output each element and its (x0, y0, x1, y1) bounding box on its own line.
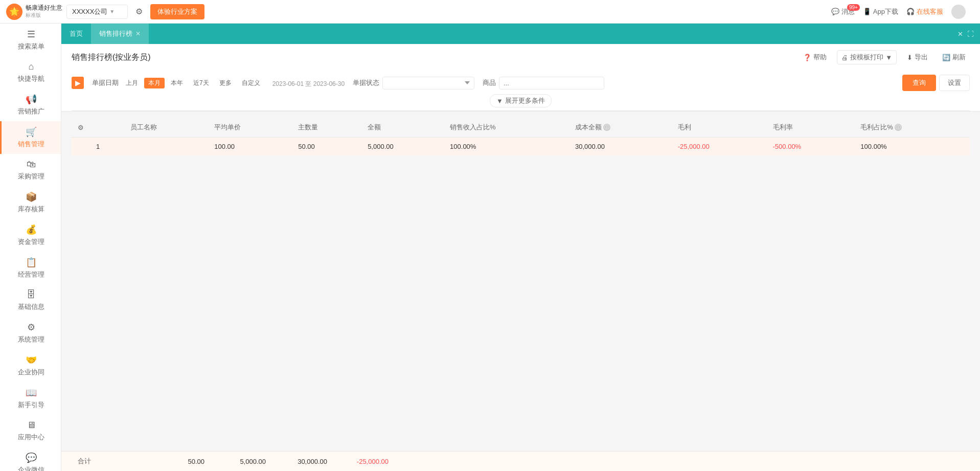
cell-amount: 5,000.00 (361, 138, 444, 156)
sidebar-item-purchase[interactable]: 🛍 采购管理 (0, 154, 61, 186)
data-table: ⚙ 员工名称 平均单价 主数量 全额 销售收入占比% 成本全额 (72, 118, 970, 156)
content-area: 首页 销售排行榜 ✕ ✕ ⛶ 销售排行榜(按业务员) ❓ 帮助 (61, 24, 980, 471)
tab-label: 销售排行榜 (99, 29, 132, 38)
collab-icon: 🤝 (26, 354, 37, 366)
window-max-icon[interactable]: ⛶ (967, 30, 974, 38)
sidebar-item-label: 销售管理 (18, 140, 44, 149)
tab-home[interactable]: 首页 (61, 24, 91, 44)
cell-avg-price: 100.00 (208, 138, 292, 156)
sidebar-item-label: 企业协同 (18, 368, 44, 377)
cell-quantity: 50.00 (292, 138, 361, 156)
sidebar-item-finance[interactable]: 💰 资金管理 (0, 219, 61, 252)
settings-button[interactable]: 设置 (939, 75, 970, 91)
date-tab-more[interactable]: 更多 (215, 78, 236, 88)
sidebar-item-wechat[interactable]: 💬 企业微信 (0, 447, 61, 471)
gear-icon[interactable]: ⚙ (132, 5, 146, 19)
expand-label: 展开更多条件 (505, 96, 545, 105)
sales-icon: 🛒 (26, 126, 37, 138)
filter-collapse-button[interactable]: ▶ (72, 77, 84, 89)
logo-icon: 🌟 (6, 4, 22, 20)
expand-row: ▼ 展开更多条件 (72, 91, 970, 108)
export-button[interactable]: ⬇ 导出 (903, 51, 932, 64)
gross-pct-info-icon[interactable]: ⓘ (895, 124, 902, 131)
sidebar-item-label: 新手引导 (18, 400, 44, 410)
sidebar-item-nav[interactable]: ⌂ 快捷导航 (0, 56, 61, 88)
sidebar-item-sales[interactable]: 🛒 销售管理 (0, 121, 61, 154)
sidebar: ☰ 搜索菜单 ⌂ 快捷导航 📢 营销推广 🛒 销售管理 🛍 采购管理 📦 库存核… (0, 24, 61, 471)
cost-info-icon[interactable]: ⓘ (603, 124, 610, 131)
inventory-icon: 📦 (26, 191, 37, 203)
main-layout: ☰ 搜索菜单 ⌂ 快捷导航 📢 营销推广 🛒 销售管理 🛍 采购管理 📦 库存核… (0, 24, 980, 471)
cell-settings (72, 138, 90, 156)
service-label: 在线客服 (917, 7, 943, 16)
expand-conditions-button[interactable]: ▼ 展开更多条件 (490, 94, 552, 107)
window-close-icon[interactable]: ✕ (958, 30, 963, 38)
sidebar-item-search[interactable]: ☰ 搜索菜单 (0, 24, 61, 56)
footer-quantity: 50.00 (139, 458, 211, 465)
print-icon: 🖨 (841, 54, 848, 61)
goods-input[interactable] (499, 77, 604, 89)
col-settings-icon[interactable]: ⚙ (78, 124, 84, 131)
template-print-button[interactable]: 🖨 按模板打印 ▼ (837, 50, 897, 64)
guide-icon: 📖 (26, 387, 37, 398)
refresh-icon: 🔄 (942, 54, 950, 61)
basic-info-icon: 🗄 (27, 289, 36, 300)
apps-icon: 🖥 (27, 420, 36, 431)
date-tab-this-year[interactable]: 本年 (167, 78, 187, 88)
company-name: XXXXX公司 (72, 7, 107, 16)
logo-text: 畅康通好生意 (26, 4, 62, 12)
system-icon: ⚙ (27, 322, 35, 333)
sidebar-item-marketing[interactable]: 📢 营销推广 (0, 88, 61, 121)
sidebar-item-label: 经营管理 (18, 270, 44, 279)
sidebar-item-basic-info[interactable]: 🗄 基础信息 (0, 284, 61, 317)
sidebar-item-guide[interactable]: 📖 新手引导 (0, 382, 61, 415)
sidebar-item-collab[interactable]: 🤝 企业协同 (0, 349, 61, 382)
col-name: 员工名称 (124, 118, 208, 138)
query-button[interactable]: 查询 (902, 75, 936, 91)
date-tab-7days[interactable]: 近7天 (189, 78, 213, 88)
sidebar-item-management[interactable]: 📋 经营管理 (0, 252, 61, 284)
col-gross-pct-label: 毛利占比% (860, 123, 893, 132)
tab-close-icon[interactable]: ✕ (135, 30, 141, 37)
template-arrow-icon: ▼ (885, 54, 892, 61)
wechat-icon: 💬 (26, 452, 37, 463)
cell-gross: -25,000.00 (672, 138, 767, 156)
status-label: 单据状态 (353, 78, 379, 87)
footer-amount: 5,000.00 (211, 458, 272, 465)
sidebar-item-inventory[interactable]: 📦 库存核算 (0, 186, 61, 219)
question-icon: ❓ (803, 54, 811, 61)
sidebar-item-label: 企业微信 (18, 465, 44, 471)
sidebar-item-label: 资金管理 (18, 237, 44, 246)
sidebar-item-system[interactable]: ⚙ 系统管理 (0, 317, 61, 349)
sidebar-item-label: 快捷导航 (18, 74, 44, 83)
help-button[interactable]: ❓ 帮助 (799, 51, 831, 64)
refresh-button[interactable]: 🔄 刷新 (938, 51, 970, 64)
date-tab-this-month[interactable]: 本月 (144, 78, 165, 88)
tab-sales-ranking[interactable]: 销售排行榜 ✕ (91, 24, 149, 44)
top-bar-right: 💬 消息 99+ 📱 App下载 🎧 在线客服 (831, 5, 974, 19)
online-service-button[interactable]: 🎧 在线客服 (906, 7, 943, 16)
chevron-down-icon: ▼ (109, 9, 115, 14)
table-row: 1 100.00 50.00 5,000.00 100.00% 30,000.0… (72, 138, 970, 156)
goods-filter-item: 商品 (483, 77, 604, 89)
app-download-label: App下载 (873, 7, 898, 16)
col-avg-price: 平均单价 (208, 118, 292, 138)
page-title-row: 销售排行榜(按业务员) ❓ 帮助 🖨 按模板打印 ▼ ⬇ (72, 50, 970, 64)
date-tab-last-month[interactable]: 上月 (122, 78, 142, 88)
message-button[interactable]: 💬 消息 99+ (831, 7, 855, 16)
table-footer: 合计 50.00 5,000.00 30,000.00 -25,000.00 (61, 451, 980, 471)
date-tab-custom[interactable]: 自定义 (238, 78, 264, 88)
industry-button[interactable]: 体验行业方案 (150, 4, 204, 19)
sidebar-item-label: 搜索菜单 (18, 42, 44, 51)
page-header: 销售排行榜(按业务员) ❓ 帮助 🖨 按模板打印 ▼ ⬇ (61, 44, 980, 111)
app-download-button[interactable]: 📱 App下载 (863, 7, 898, 16)
goods-input-wrap (499, 77, 604, 89)
company-selector[interactable]: XXXXX公司 ▼ (66, 5, 128, 19)
sidebar-item-apps[interactable]: 🖥 应用中心 (0, 415, 61, 447)
refresh-label: 刷新 (952, 53, 966, 62)
status-select[interactable] (382, 77, 474, 89)
download-icon: 📱 (863, 8, 871, 15)
home-icon: ⌂ (29, 61, 34, 72)
sidebar-item-label: 采购管理 (18, 172, 44, 181)
col-gross-rate: 毛利率 (767, 118, 855, 138)
